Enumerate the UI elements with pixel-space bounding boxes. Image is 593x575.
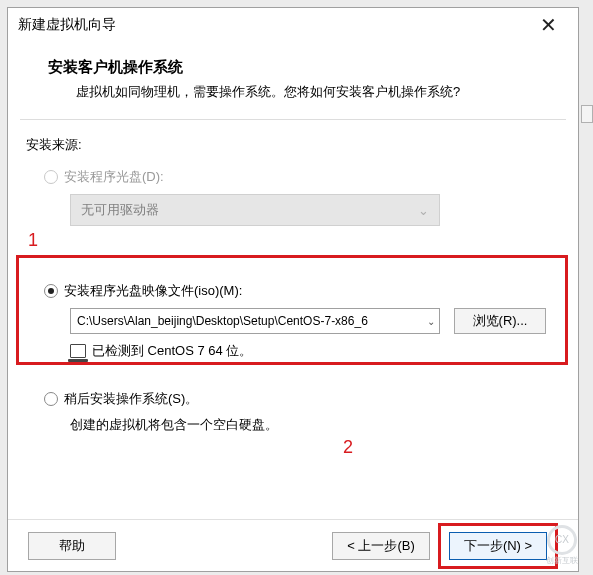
help-button-label: 帮助: [59, 537, 85, 555]
header: 安装客户机操作系统 虚拟机如同物理机，需要操作系统。您将如何安装客户机操作系统?: [8, 38, 578, 119]
detected-os-row: 已检测到 CentOS 7 64 位。: [70, 342, 560, 360]
dialog-title: 新建虚拟机向导: [18, 16, 116, 34]
option-install-later[interactable]: 稍后安装操作系统(S)。: [44, 390, 560, 408]
annotation-number-2: 2: [343, 437, 353, 458]
background-tab-fragment: [581, 105, 593, 123]
next-button[interactable]: 下一步(N) >: [449, 532, 547, 560]
next-button-label: 下一步(N) >: [464, 537, 532, 555]
header-subtitle: 虚拟机如同物理机，需要操作系统。您将如何安装客户机操作系统?: [48, 83, 538, 101]
iso-path-combobox[interactable]: C:\Users\Alan_beijing\Desktop\Setup\Cent…: [70, 308, 440, 334]
chevron-down-icon: ⌄: [418, 203, 429, 218]
iso-path-text: C:\Users\Alan_beijing\Desktop\Setup\Cent…: [77, 314, 368, 328]
annotation-number-1: 1: [28, 230, 38, 251]
back-button[interactable]: < 上一步(B): [332, 532, 430, 560]
close-button[interactable]: ✕: [526, 12, 570, 38]
detected-os-text: 已检测到 CentOS 7 64 位。: [92, 342, 252, 360]
dropdown-text: 无可用驱动器: [81, 201, 159, 219]
option-iso-label: 安装程序光盘映像文件(iso)(M):: [64, 282, 242, 300]
radio-icon: [44, 170, 58, 184]
radio-icon: [44, 284, 58, 298]
dialog-body: 安装来源: 安装程序光盘(D): 无可用驱动器 ⌄ 1 安装程序光盘映像文件(i…: [8, 120, 578, 444]
button-bar: 帮助 < 上一步(B) 下一步(N) >: [8, 519, 578, 571]
option-disc-label: 安装程序光盘(D):: [64, 168, 164, 186]
option-later-label: 稍后安装操作系统(S)。: [64, 390, 198, 408]
back-button-label: < 上一步(B): [347, 537, 415, 555]
option-iso-file[interactable]: 安装程序光盘映像文件(iso)(M):: [44, 282, 560, 300]
iso-path-row: C:\Users\Alan_beijing\Desktop\Setup\Cent…: [70, 308, 560, 334]
radio-icon: [44, 392, 58, 406]
close-icon: ✕: [540, 13, 557, 37]
option-later-note: 创建的虚拟机将包含一个空白硬盘。: [70, 416, 560, 434]
monitor-icon: [70, 344, 86, 358]
annotation-highlight-box-2: 下一步(N) >: [438, 523, 558, 569]
help-button[interactable]: 帮助: [28, 532, 116, 560]
browse-button-label: 浏览(R)...: [473, 312, 528, 330]
option-installer-disc[interactable]: 安装程序光盘(D):: [44, 168, 560, 186]
header-title: 安装客户机操作系统: [48, 58, 538, 77]
chevron-down-icon: ⌄: [427, 316, 435, 327]
new-vm-wizard-dialog: 新建虚拟机向导 ✕ 安装客户机操作系统 虚拟机如同物理机，需要操作系统。您将如何…: [7, 7, 579, 572]
browse-button[interactable]: 浏览(R)...: [454, 308, 546, 334]
titlebar: 新建虚拟机向导 ✕: [8, 8, 578, 38]
install-source-label: 安装来源:: [26, 136, 560, 154]
disc-drive-dropdown: 无可用驱动器 ⌄: [70, 194, 440, 226]
